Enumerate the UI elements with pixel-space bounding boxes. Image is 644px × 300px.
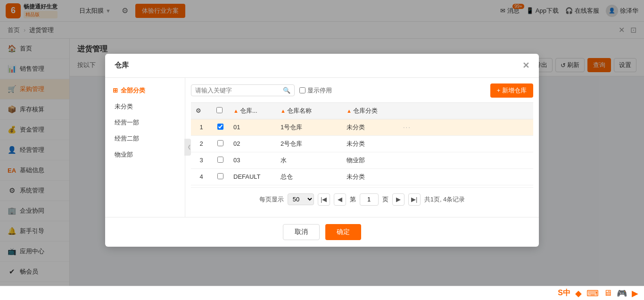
gear-settings-icon[interactable]: ⚙ xyxy=(196,107,201,114)
row-num-4: 4 xyxy=(191,168,212,185)
sort-icon: ▲ xyxy=(233,108,239,114)
row-code-1: 01 xyxy=(229,119,276,135)
header-row: ⚙ ▲ 仓库... xyxy=(191,102,533,119)
modal-body: ⊞ 全部分类 未分类 经营一部 经营二部 物业部 《 🔍 xyxy=(105,78,539,217)
row-num-3: 3 xyxy=(191,152,212,168)
collapse-panel-icon[interactable]: 《 xyxy=(184,139,191,156)
row-cat-4: 未分类 xyxy=(342,168,398,185)
show-disabled-label[interactable]: 显示停用 xyxy=(299,86,332,95)
row-actions-3 xyxy=(398,152,533,168)
table-row[interactable]: 1 01 1号仓库 未分类 ··· xyxy=(191,119,533,135)
page-input[interactable] xyxy=(360,193,379,206)
row-actions-1: ··· xyxy=(398,119,533,135)
search-box: 🔍 xyxy=(191,84,295,96)
diamond-icon[interactable]: ◆ xyxy=(575,288,582,299)
all-categories-item[interactable]: ⊞ 全部分类 xyxy=(105,83,185,99)
row-cat-2: 未分类 xyxy=(342,135,398,152)
row-more-icon-1[interactable]: ··· xyxy=(403,124,411,131)
th-gear: ⚙ xyxy=(191,102,212,119)
table-toolbar: 🔍 显示停用 + 新增仓库 xyxy=(191,83,533,98)
total-info: 共1页, 4条记录 xyxy=(424,195,465,204)
add-warehouse-button[interactable]: + 新增仓库 xyxy=(490,83,533,98)
sort-icon-name: ▲ xyxy=(281,108,286,114)
category-item-property[interactable]: 物业部 xyxy=(105,147,185,163)
game-icon[interactable]: 🎮 xyxy=(617,288,627,299)
modal-title: 仓库 xyxy=(115,61,129,70)
th-name: ▲ 仓库名称 xyxy=(276,102,342,119)
table-row[interactable]: 2 02 2号仓库 未分类 xyxy=(191,135,533,152)
next-page-button[interactable]: ▶ xyxy=(392,193,405,206)
table-container: ⚙ ▲ 仓库... xyxy=(191,102,533,185)
th-category-label: 仓库分类 xyxy=(353,107,378,115)
page-label: 第 xyxy=(350,195,356,204)
th-extra xyxy=(398,102,533,119)
first-page-button[interactable]: |◀ xyxy=(318,193,330,206)
row-actions-2 xyxy=(398,135,533,152)
row-name-1: 1号仓库 xyxy=(276,119,342,135)
select-all-checkbox[interactable] xyxy=(216,107,223,113)
confirm-button[interactable]: 确定 xyxy=(325,224,361,240)
row-code-4: DEFAULT xyxy=(229,168,276,185)
all-categories-label: 全部分类 xyxy=(121,86,145,95)
category-item-unclassified[interactable]: 未分类 xyxy=(105,99,185,115)
sort-icon-cat: ▲ xyxy=(347,108,352,114)
category-panel: ⊞ 全部分类 未分类 经营一部 经营二部 物业部 《 xyxy=(105,78,185,217)
row-code-2: 02 xyxy=(229,135,276,152)
th-name-label: 仓库名称 xyxy=(287,107,312,115)
modal-header: 仓库 ✕ xyxy=(105,54,539,78)
row-checkbox-4[interactable] xyxy=(217,173,223,179)
modal-footer: 取消 确定 xyxy=(105,217,539,247)
last-page-button[interactable]: ▶| xyxy=(408,193,421,206)
play-icon[interactable]: ▶ xyxy=(632,288,638,299)
monitor-icon[interactable]: 🖥 xyxy=(603,288,612,298)
page-unit: 页 xyxy=(382,195,388,204)
search-input[interactable] xyxy=(195,87,280,94)
row-check-3[interactable] xyxy=(212,152,229,168)
search-icon[interactable]: 🔍 xyxy=(283,87,290,94)
row-cat-3: 物业部 xyxy=(342,152,398,168)
category-item-ops1[interactable]: 经营一部 xyxy=(105,115,185,131)
table-row[interactable]: 3 03 水 物业部 xyxy=(191,152,533,168)
th-category: ▲ 仓库分类 xyxy=(342,102,398,119)
row-check-2[interactable] xyxy=(212,135,229,152)
pagination: 每页显示 50 100 200 |◀ ◀ 第 页 ▶ ▶| 共1页, 4条记录 xyxy=(191,187,533,211)
prev-page-button[interactable]: ◀ xyxy=(334,193,346,206)
row-name-2: 2号仓库 xyxy=(276,135,342,152)
th-check xyxy=(212,102,229,119)
th-code: ▲ 仓库... xyxy=(229,102,276,119)
table-panel: 🔍 显示停用 + 新增仓库 ⚙ xyxy=(185,78,539,217)
th-code-label: 仓库... xyxy=(240,107,257,115)
row-code-3: 03 xyxy=(229,152,276,168)
row-name-4: 总仓 xyxy=(276,168,342,185)
row-num-2: 2 xyxy=(191,135,212,152)
s-brand-icon: S中 xyxy=(558,288,570,298)
row-cat-1: 未分类 xyxy=(342,119,398,135)
warehouse-modal: 仓库 ✕ ⊞ 全部分类 未分类 经营一部 经营二部 物业部 《 xyxy=(105,54,539,247)
modal-overlay[interactable]: 仓库 ✕ ⊞ 全部分类 未分类 经营一部 经营二部 物业部 《 xyxy=(0,0,644,300)
warehouse-table: ⚙ ▲ 仓库... xyxy=(191,102,533,185)
table-row[interactable]: 4 DEFAULT 总仓 未分类 xyxy=(191,168,533,185)
grid-icon: ⊞ xyxy=(113,87,118,94)
modal-close-icon[interactable]: ✕ xyxy=(522,60,529,71)
row-actions-4 xyxy=(398,168,533,185)
table-body: 1 01 1号仓库 未分类 ··· xyxy=(191,119,533,185)
per-page-select[interactable]: 50 100 200 xyxy=(288,193,314,205)
row-check-4[interactable] xyxy=(212,168,229,185)
table-head: ⚙ ▲ 仓库... xyxy=(191,102,533,119)
status-bar: S中 ◆ ⌨ 🖥 🎮 ▶ xyxy=(0,286,644,300)
show-disabled-text: 显示停用 xyxy=(307,86,332,95)
row-checkbox-3[interactable] xyxy=(217,157,223,163)
category-item-ops2[interactable]: 经营二部 xyxy=(105,131,185,147)
show-disabled-checkbox[interactable] xyxy=(299,87,305,93)
cancel-button[interactable]: 取消 xyxy=(283,224,320,240)
row-name-3: 水 xyxy=(276,152,342,168)
row-check-1[interactable] xyxy=(212,119,229,135)
row-checkbox-1[interactable] xyxy=(217,124,223,130)
row-num-1: 1 xyxy=(191,119,212,135)
row-checkbox-2[interactable] xyxy=(217,140,223,146)
per-page-label: 每页显示 xyxy=(259,195,284,204)
keyboard-icon[interactable]: ⌨ xyxy=(586,288,599,299)
